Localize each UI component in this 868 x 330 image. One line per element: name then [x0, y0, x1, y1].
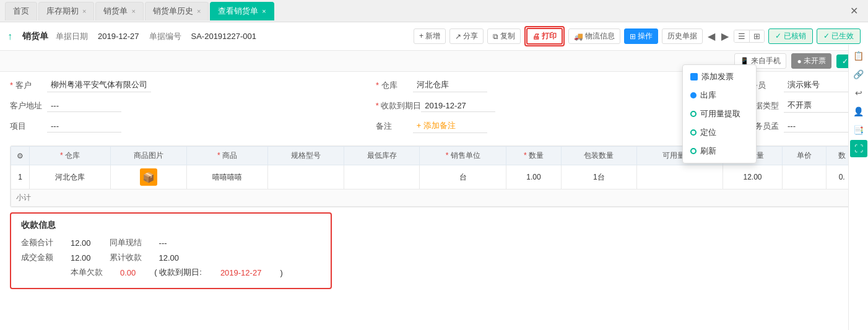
- global-close-button[interactable]: ✕: [845, 2, 863, 19]
- number-value: SA-20191227-001: [191, 32, 257, 41]
- customer-value: 柳州粤港平安气体有限公司: [47, 78, 151, 92]
- owed-label: 本单欠款: [71, 267, 120, 278]
- payment-row-2: 成交金额 12.00 累计收款 12.00: [21, 252, 321, 263]
- new-button[interactable]: + 新增: [414, 28, 446, 44]
- print-button[interactable]: 🖨 打印: [526, 28, 563, 45]
- cell-img: 📦: [111, 165, 187, 189]
- close-sales-order[interactable]: ×: [131, 7, 135, 15]
- payment-section: 收款信息 金额合计 12.00 同单现结 --- 成交金额 12.00 累计收款…: [10, 212, 332, 289]
- dropdown-available-qty[interactable]: 可用量提取: [683, 105, 756, 123]
- right-sidebar: 📋 🔗 ↩ 👤 📑 ⛶: [848, 45, 868, 330]
- doc-type-label: 销货单: [22, 31, 48, 42]
- close-sales-history[interactable]: ×: [197, 7, 201, 15]
- sidebar-icon-4[interactable]: 👤: [850, 103, 867, 120]
- dropdown-add-invoice[interactable]: 添加发票: [683, 67, 756, 86]
- history-button[interactable]: 历史单据: [662, 28, 703, 44]
- print-highlight: 🖨 打印: [524, 26, 565, 46]
- address-field: 客户地址 ---: [10, 100, 376, 112]
- owed-value: 0.00: [120, 268, 136, 277]
- copy-button[interactable]: ⧉ 复制: [487, 28, 521, 44]
- customer-field: 客户 柳州粤港平安气体有限公司: [10, 78, 376, 92]
- doc-toolbar: ↑ 销货单 单据日期 2019-12-27 单据编号 SA-20191227-0…: [0, 22, 868, 51]
- close-inventory-init[interactable]: ×: [82, 7, 86, 15]
- prev-arrow[interactable]: ◀: [706, 29, 716, 43]
- col-unit: 销售单位: [420, 147, 506, 165]
- add-remark-btn[interactable]: + 添加备注: [413, 119, 487, 133]
- col-spec: 规格型号: [268, 147, 344, 165]
- circle-cyan-icon-1: [690, 111, 697, 117]
- view-toggle: ☰ ⊞: [734, 30, 765, 43]
- grid-view-button[interactable]: ⊞: [750, 30, 764, 42]
- employee2-value: ---: [784, 120, 858, 132]
- customer-label: 客户: [10, 80, 47, 91]
- sidebar-icon-5[interactable]: 📑: [850, 121, 867, 139]
- col-img: 商品图片: [111, 147, 187, 165]
- project-value: ---: [47, 120, 121, 132]
- dropdown-refresh[interactable]: 刷新: [683, 142, 756, 160]
- checked-button[interactable]: ✓ 已核销: [768, 28, 812, 44]
- sidebar-icon-1[interactable]: 📋: [850, 47, 867, 64]
- project-label: 项目: [10, 121, 47, 132]
- close-view-sales[interactable]: ×: [262, 7, 266, 15]
- operate-button[interactable]: ⊞ 操作: [624, 28, 658, 44]
- sidebar-icon-2[interactable]: 🔗: [850, 66, 867, 83]
- tab-view-sales[interactable]: 查看销货单 ×: [210, 2, 274, 20]
- employee-value: 演示账号: [784, 78, 858, 92]
- col-settings: ⚙: [11, 147, 30, 165]
- effect-button[interactable]: ✓ 已生效: [817, 28, 861, 44]
- doc-type-icon: ↑: [7, 31, 12, 42]
- payment-date-label: 收款到期日: [376, 100, 422, 111]
- same-order-value: ---: [159, 238, 167, 248]
- date-label: 单据日期: [56, 31, 88, 42]
- warehouse-label: 仓库: [376, 80, 413, 91]
- square-icon: [690, 73, 698, 80]
- sidebar-icon-expand[interactable]: ⛶: [850, 140, 867, 157]
- col-warehouse: 仓库: [30, 147, 111, 165]
- accum-label: 累计收款: [110, 252, 159, 263]
- owed-note: ( 收款到期日:: [154, 267, 202, 278]
- refresh-label: 刷新: [700, 145, 716, 157]
- tab-bar: 首页 库存期初 × 销货单 × 销货单历史 × 查看销货单 × ✕: [0, 0, 868, 22]
- payment-title: 收款信息: [21, 220, 321, 231]
- tab-home[interactable]: 首页: [5, 2, 37, 20]
- available-qty-label: 可用量提取: [700, 108, 740, 119]
- share-button[interactable]: ↗ 分享: [449, 28, 484, 44]
- cell-stock: 12.00: [723, 165, 783, 189]
- deal-value: 12.00: [71, 253, 91, 263]
- product-image: 📦: [140, 168, 157, 186]
- dropdown-outbound[interactable]: 出库: [683, 86, 756, 105]
- cell-seq: 1: [11, 165, 30, 189]
- cell-unit: 台: [420, 165, 506, 189]
- cell-pack-qty: 1台: [561, 165, 637, 189]
- cell-product: 嘻嘻嘻嘻: [186, 165, 267, 189]
- list-view-button[interactable]: ☰: [734, 30, 750, 42]
- address-label: 客户地址: [10, 100, 47, 111]
- col-price: 单价: [783, 147, 827, 165]
- same-order-label: 同单现结: [110, 237, 159, 248]
- tab-inventory-init[interactable]: 库存期初 ×: [38, 2, 94, 20]
- tab-sales-history[interactable]: 销货单历史 ×: [145, 2, 209, 20]
- ticket-value: 不开票: [784, 98, 858, 113]
- amount-label: 金额合计: [21, 237, 71, 248]
- dropdown-locate[interactable]: 定位: [683, 123, 756, 142]
- main-content: ↑ 销货单 单据日期 2019-12-27 单据编号 SA-20191227-0…: [0, 22, 868, 330]
- subtotal-label: 小计: [11, 189, 857, 207]
- cell-min-stock: [344, 165, 420, 189]
- share-icon: ↗: [455, 32, 461, 41]
- number-label: 单据编号: [149, 31, 181, 42]
- cell-warehouse: 河北仓库: [30, 165, 111, 189]
- next-arrow[interactable]: ▶: [720, 29, 730, 43]
- subtotal-row: 小计: [11, 189, 857, 207]
- payment-row-1: 金额合计 12.00 同单现结 ---: [21, 237, 321, 248]
- sidebar-icon-3[interactable]: ↩: [850, 84, 867, 102]
- tab-sales-order[interactable]: 销货单 ×: [95, 2, 143, 20]
- copy-icon: ⧉: [493, 32, 498, 41]
- payment-row-3: 本单欠款 0.00 ( 收款到期日: 2019-12-27 ): [21, 267, 321, 278]
- col-min-stock: 最低库存: [344, 147, 420, 165]
- logistics-button[interactable]: 🚚 物流信息: [568, 28, 620, 44]
- outbound-label: 出库: [700, 90, 716, 101]
- deal-label: 成交金额: [21, 252, 71, 263]
- circle-blue-icon: [690, 92, 697, 98]
- col-product: 商品: [186, 147, 267, 165]
- not-open-button[interactable]: ● 未开票: [791, 53, 831, 69]
